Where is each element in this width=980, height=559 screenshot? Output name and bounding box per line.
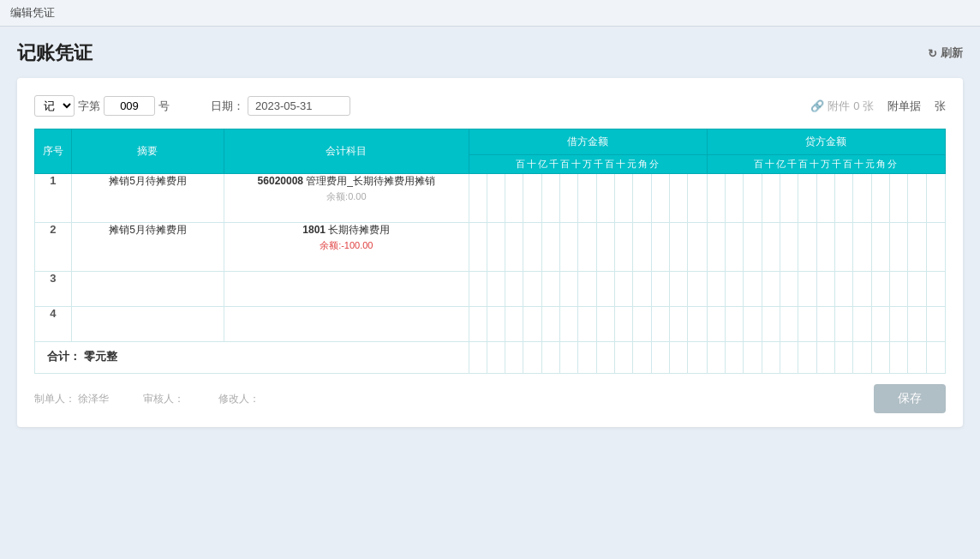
table-row: 1 摊销5月待摊费用 56020008 管理费用_长期待摊费用摊销 余额:0.0…	[35, 174, 946, 223]
title-bar: 编辑凭证	[0, 0, 980, 27]
credit-digit-cell	[853, 174, 871, 222]
row-2-index: 2	[35, 223, 72, 272]
row-3-summary[interactable]	[71, 272, 224, 307]
footer-bar: 制单人： 徐泽华 审核人： 修改人： 保存	[34, 374, 946, 413]
credit-digit-header: 百十亿千百十万千百十元角分	[707, 155, 945, 174]
row-1-debit[interactable]	[469, 174, 707, 223]
total-label: 合计：	[47, 350, 81, 363]
table-row: 4	[35, 307, 946, 342]
credit-digit-cell	[890, 174, 908, 222]
col-header-credit: 贷方金额	[707, 129, 945, 155]
debit-digit-cell	[505, 174, 523, 222]
debit-digit-cell	[469, 174, 487, 222]
debit-digit-cell	[560, 174, 578, 222]
voucher-type-select[interactable]: 记	[34, 95, 75, 117]
total-value: 零元整	[84, 350, 117, 363]
row-1-credit[interactable]	[707, 174, 945, 223]
row-2-account[interactable]: 1801 长期待摊费用 余额:-100.00	[224, 223, 469, 272]
debit-digit-cell	[652, 174, 670, 222]
debit-digit-cell	[633, 174, 651, 222]
row-2-credit[interactable]	[707, 223, 945, 272]
debit-digit-cell	[597, 174, 615, 222]
row-4-credit[interactable]	[707, 307, 945, 342]
modifier-field: 修改人：	[218, 392, 260, 406]
attach-single-btn[interactable]: 附单据	[887, 99, 921, 114]
debit-digit-cell	[615, 174, 633, 222]
attach-link[interactable]: 🔗 附件 0 张	[810, 99, 874, 114]
col-header-account: 会计科目	[224, 129, 469, 174]
attach-count: 0 张	[853, 99, 874, 114]
credit-digit-cell	[762, 174, 780, 222]
col-header-summary: 摘要	[71, 129, 224, 174]
debit-digit-header: 百十亿千百十万千百十元角分	[469, 155, 707, 174]
credit-digit-cell	[708, 174, 726, 222]
row-4-account[interactable]	[224, 307, 469, 342]
voucher-number-input[interactable]	[104, 96, 155, 116]
voucher-table: 序号 摘要 会计科目 借方金额 贷方金额 百十亿千百十万千百十元角分 百十亿千百…	[34, 129, 946, 374]
col-header-debit: 借方金额	[469, 129, 707, 155]
row-4-summary[interactable]	[71, 307, 224, 342]
row-1-summary[interactable]: 摊销5月待摊费用	[71, 174, 224, 223]
page-title: 记账凭证	[17, 40, 93, 66]
debit-digit-cell	[487, 174, 505, 222]
credit-digit-cell	[927, 174, 945, 222]
debit-digit-cell	[542, 174, 560, 222]
row-3-index: 3	[35, 272, 72, 307]
credit-digit-cell	[726, 174, 744, 222]
debit-digit-cell	[578, 174, 596, 222]
row-3-account[interactable]	[224, 272, 469, 307]
row-2-debit[interactable]	[469, 223, 707, 272]
hao-label: 号	[158, 99, 170, 114]
date-input[interactable]	[248, 96, 350, 116]
credit-digit-cell	[872, 174, 890, 222]
zi-label: 字第	[78, 99, 100, 114]
table-row: 3	[35, 272, 946, 307]
creator-field: 制单人： 徐泽华	[34, 392, 109, 406]
credit-digit-cell	[744, 174, 762, 222]
row-3-credit[interactable]	[707, 272, 945, 307]
row-4-index: 4	[35, 307, 72, 342]
debit-digit-cell	[688, 174, 706, 222]
row-1-account[interactable]: 56020008 管理费用_长期待摊费用摊销 余额:0.00	[224, 174, 469, 223]
row-1-index: 1	[35, 174, 72, 223]
refresh-icon: ↻	[928, 47, 937, 60]
credit-digit-cell	[835, 174, 853, 222]
attach-total-label: 张	[935, 99, 946, 114]
debit-digit-cell	[523, 174, 541, 222]
credit-digit-cell	[780, 174, 798, 222]
table-row: 2 摊销5月待摊费用 1801 长期待摊费用 余额:-100.00	[35, 223, 946, 272]
total-row: 合计： 零元整	[35, 342, 946, 374]
row-3-debit[interactable]	[469, 272, 707, 307]
paperclip-icon: 🔗	[810, 99, 824, 112]
col-header-index: 序号	[35, 129, 72, 174]
row-2-summary[interactable]: 摊销5月待摊费用	[71, 223, 224, 272]
attach-label: 附件	[828, 99, 850, 114]
refresh-button[interactable]: ↻ 刷新	[928, 45, 963, 61]
refresh-label: 刷新	[941, 45, 963, 61]
reviewer-field: 审核人：	[143, 392, 184, 406]
row-4-debit[interactable]	[469, 307, 707, 342]
credit-digit-cell	[908, 174, 926, 222]
credit-digit-cell	[817, 174, 835, 222]
title-bar-label: 编辑凭证	[10, 6, 55, 19]
debit-digit-cell	[670, 174, 688, 222]
date-label: 日期：	[211, 99, 244, 114]
credit-digit-cell	[798, 174, 816, 222]
save-button[interactable]: 保存	[874, 384, 946, 413]
